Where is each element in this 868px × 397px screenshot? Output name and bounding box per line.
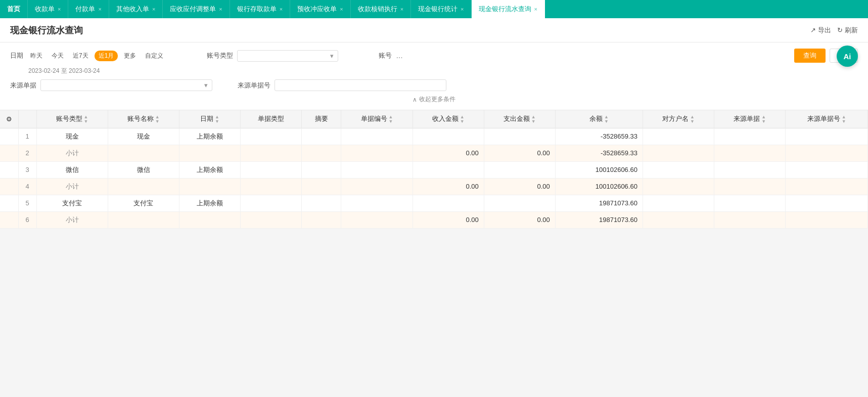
col-header-balance[interactable]: 余额▲▼ <box>555 110 643 128</box>
cell-voucher-no <box>341 145 413 161</box>
nav-tab-prepay-offset[interactable]: 预收冲应收单× <box>290 0 350 18</box>
date-btn-今天[interactable]: 今天 <box>49 51 67 61</box>
col-header-date[interactable]: 日期▲▼ <box>179 110 240 128</box>
nav-tab-home[interactable]: 首页 <box>0 0 28 18</box>
cell-source-voucher <box>714 195 786 211</box>
nav-tab-payment[interactable]: 付款单× <box>68 0 109 18</box>
page-title: 现金银行流水查询 <box>10 24 83 36</box>
account-type-select[interactable]: ▾ <box>237 50 338 62</box>
close-icon[interactable]: × <box>534 6 537 12</box>
date-btn-近1月[interactable]: 近1月 <box>95 51 118 61</box>
collapse-label: 收起更多条件 <box>419 95 455 104</box>
cell-date <box>179 211 240 228</box>
col-header-row-num <box>18 110 36 128</box>
nav-tab-receipt[interactable]: 收款单× <box>28 0 68 18</box>
sort-icon-voucher-no: ▲▼ <box>389 115 393 124</box>
close-icon[interactable]: × <box>98 6 101 12</box>
col-header-account-type[interactable]: 账号类型▲▼ <box>36 110 108 128</box>
cell-account-type: 小计 <box>36 178 108 195</box>
table-row: 1现金现金上期余额-3528659.33 <box>0 128 868 145</box>
cell-voucher-type <box>241 145 302 161</box>
account-label: 账号 <box>379 51 392 60</box>
nav-tab-other-income[interactable]: 其他收入单× <box>109 0 163 18</box>
cell-voucher-type <box>241 161 302 178</box>
top-nav: 首页收款单×付款单×其他收入单×应收应付调整单×银行存取款单×预收冲应收单×收款… <box>0 0 868 18</box>
col-header-gear: ⚙ <box>0 110 18 128</box>
cell-gear <box>0 161 18 178</box>
col-header-income[interactable]: 收入金额▲▼ <box>413 110 484 128</box>
export-button[interactable]: ↗ 导出 <box>810 26 831 35</box>
cell-account-name <box>108 145 179 161</box>
refresh-button[interactable]: ↻ 刷新 <box>837 26 858 35</box>
nav-tab-cash-bank-flow[interactable]: 现金银行流水查询× <box>472 0 545 18</box>
date-btn-自定义[interactable]: 自定义 <box>142 51 166 61</box>
nav-tab-label: 首页 <box>7 5 20 14</box>
cell-date: 上期余额 <box>179 195 240 211</box>
cell-source-voucher-no <box>786 161 868 178</box>
date-range-text: 2023-02-24 至 2023-03-24 <box>28 67 100 74</box>
cell-date <box>179 178 240 195</box>
cell-row-num: 1 <box>18 128 36 145</box>
close-icon[interactable]: × <box>219 6 222 12</box>
cell-income <box>413 128 484 145</box>
ai-assistant-button[interactable]: Ai <box>837 46 858 67</box>
table-row: 6小计0.000.0019871073.60 <box>0 211 868 228</box>
filter-row-1: 日期 昨天今天近7天近1月更多自定义 账号类型 ▾ 账号 ... 查询 设置 <box>10 49 858 63</box>
cell-account-name <box>108 178 179 195</box>
nav-tab-receivable-adjust[interactable]: 应收应付调整单× <box>163 0 230 18</box>
cell-balance: -3528659.33 <box>555 128 643 145</box>
source-voucher-filter-group: 来源单据 ▾ <box>10 79 212 91</box>
cell-source-voucher <box>714 128 786 145</box>
nav-tab-label: 现金银行统计 <box>418 5 458 14</box>
close-icon[interactable]: × <box>461 6 464 12</box>
cell-counterparty <box>643 195 714 211</box>
account-type-label: 账号类型 <box>207 51 233 60</box>
nav-tab-cash-bank-stat[interactable]: 现金银行统计× <box>411 0 471 18</box>
close-icon[interactable]: × <box>280 6 283 12</box>
cell-income <box>413 161 484 178</box>
close-icon[interactable]: × <box>340 6 343 12</box>
col-header-counterparty[interactable]: 对方户名▲▼ <box>643 110 714 128</box>
cell-counterparty <box>643 211 714 228</box>
date-btn-昨天[interactable]: 昨天 <box>27 51 45 61</box>
collapse-up-icon: ∧ <box>413 96 417 103</box>
col-header-account-name[interactable]: 账号名称▲▼ <box>108 110 179 128</box>
gear-icon[interactable]: ⚙ <box>6 115 12 123</box>
source-voucher-no-input[interactable] <box>275 79 446 91</box>
cell-expense <box>484 195 555 211</box>
collapse-bar[interactable]: ∧ 收起更多条件 <box>10 95 858 104</box>
col-header-expense[interactable]: 支出金额▲▼ <box>484 110 555 128</box>
close-icon[interactable]: × <box>400 6 403 12</box>
close-icon[interactable]: × <box>152 6 155 12</box>
date-btn-更多[interactable]: 更多 <box>121 51 139 61</box>
page-header: 现金银行流水查询 ↗ 导出 ↻ 刷新 <box>0 18 868 42</box>
cell-balance: -3528659.33 <box>555 145 643 161</box>
nav-tab-bank-deposit[interactable]: 银行存取款单× <box>230 0 290 18</box>
col-header-voucher-no[interactable]: 单据编号▲▼ <box>341 110 413 128</box>
sort-icon-income: ▲▼ <box>460 115 465 124</box>
source-voucher-select[interactable]: ▾ <box>40 79 212 91</box>
cell-voucher-type <box>241 195 302 211</box>
date-btn-近7天[interactable]: 近7天 <box>70 51 92 61</box>
close-icon[interactable]: × <box>58 6 61 12</box>
col-header-source-voucher[interactable]: 来源单据▲▼ <box>714 110 786 128</box>
cell-date <box>179 145 240 161</box>
cell-gear <box>0 195 18 211</box>
cell-voucher-no <box>341 178 413 195</box>
nav-tab-label: 应收应付调整单 <box>170 5 216 14</box>
cell-account-type: 支付宝 <box>36 195 108 211</box>
cell-row-num: 6 <box>18 211 36 228</box>
cell-account-name <box>108 211 179 228</box>
cell-expense: 0.00 <box>484 178 555 195</box>
nav-tab-label: 收款核销执行 <box>358 5 397 14</box>
account-dots[interactable]: ... <box>396 51 402 60</box>
account-type-chevron-icon: ▾ <box>330 52 334 60</box>
cell-expense <box>484 161 555 178</box>
date-label: 日期 <box>10 51 23 60</box>
query-button[interactable]: 查询 <box>794 49 826 63</box>
nav-tab-collect-exec[interactable]: 收款核销执行× <box>351 0 411 18</box>
cell-gear <box>0 211 18 228</box>
table-container: ⚙账号类型▲▼账号名称▲▼日期▲▼单据类型摘要单据编号▲▼收入金额▲▼支出金额▲… <box>0 110 868 229</box>
ai-label: Ai <box>844 52 851 61</box>
col-header-source-voucher-no[interactable]: 来源单据号▲▼ <box>786 110 868 128</box>
